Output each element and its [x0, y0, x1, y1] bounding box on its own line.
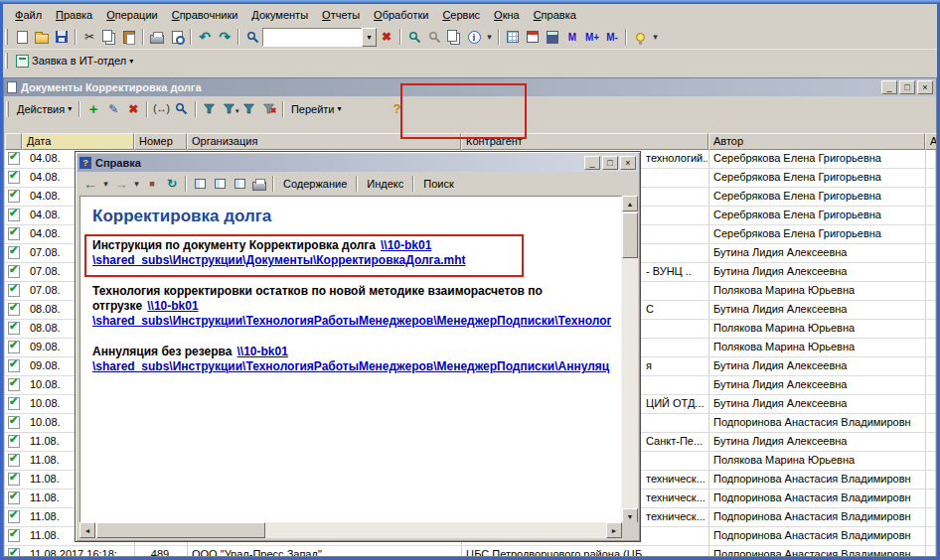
find-next-button[interactable] [404, 27, 424, 47]
paste-button[interactable] [119, 27, 139, 47]
new-document-button[interactable] [12, 27, 32, 47]
vertical-scroll-thumb[interactable] [622, 212, 638, 258]
cell-counterparty-fragment: технологий... [646, 152, 707, 164]
forward-button[interactable]: → [111, 174, 131, 194]
add-button[interactable]: + [83, 99, 103, 119]
index-button[interactable]: Индекс [361, 174, 409, 194]
memory-minus-button[interactable]: М- [602, 27, 622, 47]
filter-sort-button[interactable] [200, 99, 220, 119]
posted-document-icon [8, 548, 20, 556]
column-header-extra[interactable]: А [925, 133, 937, 150]
actions-button[interactable]: Действия ▾ [13, 99, 76, 119]
help-entry-link-host[interactable]: \\10-bk01 [236, 345, 287, 358]
horizontal-scrollbar[interactable]: ◄ ► [79, 522, 622, 538]
it-request-button[interactable]: Заявка в ИТ-отдел ▾ [12, 51, 137, 70]
chevron-down-icon: ▾ [337, 104, 341, 113]
column-header-date[interactable]: Дата [22, 133, 134, 150]
close-button[interactable]: × [917, 80, 933, 94]
menu-item[interactable]: Справка [527, 7, 583, 23]
edit-button[interactable]: ✎ [103, 99, 123, 119]
panel-view-button[interactable] [190, 174, 210, 194]
cut-button[interactable]: ✂ [79, 27, 99, 47]
info-button[interactable]: i [464, 27, 484, 47]
date-interval-button[interactable]: (↔) [151, 99, 172, 119]
goto-button[interactable]: Перейти ▾ [287, 99, 346, 119]
menu-item[interactable]: Файл [8, 7, 49, 23]
cell-author: Бутина Лидия Алексеевна [713, 359, 924, 371]
toolbar-grip[interactable] [6, 101, 9, 117]
scroll-up-button[interactable]: ▲ [622, 196, 638, 211]
save-button[interactable] [52, 27, 72, 47]
copy-button[interactable] [99, 27, 119, 47]
search-button[interactable] [242, 27, 262, 47]
copy-to-clipboard-button[interactable] [444, 27, 464, 47]
menu-item[interactable]: Операции [99, 7, 164, 23]
filter-funnel-icon [204, 103, 215, 114]
minimize-button[interactable]: _ [881, 80, 897, 94]
calculator-button[interactable] [543, 27, 562, 47]
panel-view-button[interactable] [230, 174, 249, 194]
delete-icon: ✖ [128, 102, 138, 116]
posted-document-icon [8, 529, 20, 542]
restore-button[interactable]: □ [899, 80, 915, 94]
help-entry-link-host[interactable]: \\10-bk01 [147, 299, 198, 313]
maximize-button[interactable]: □ [602, 156, 618, 170]
table-row[interactable]: 11.08.2017 16:18: 489 ООО "Урал-Пресс За… [5, 546, 935, 556]
contents-button[interactable]: Содержание [277, 174, 353, 194]
column-header-icon[interactable] [5, 133, 22, 150]
menu-item[interactable]: Окна [487, 7, 527, 23]
cell-organization: ООО "Урал-Пресс Запад" [192, 548, 458, 556]
search-tab-button[interactable]: Поиск [417, 174, 459, 194]
memory-plus-button[interactable]: М+ [582, 27, 602, 47]
tip-dropdown-button[interactable]: ▾ [650, 27, 661, 47]
find-previous-button[interactable] [424, 27, 444, 47]
help-window-titlebar[interactable]: ? Справка _ □ × [78, 154, 638, 172]
search-icon [175, 102, 188, 115]
menu-item[interactable]: Сервис [435, 7, 487, 23]
help-entry-link-path[interactable]: \shared_subs\Инструкции\ТехнологияРаботы… [92, 314, 611, 329]
chevron-down-icon: ▾ [129, 57, 133, 66]
close-button[interactable]: × [620, 156, 636, 170]
find-in-list-button[interactable] [172, 99, 192, 119]
back-dropdown-button[interactable]: ▾ [100, 174, 111, 194]
filter-history-button[interactable] [239, 99, 259, 119]
tip-of-day-button[interactable] [630, 27, 650, 47]
menu-item[interactable]: Справочники [165, 7, 245, 23]
help-print-button[interactable] [249, 174, 269, 194]
column-header-author[interactable]: Автор [708, 133, 925, 150]
info-dropdown-button[interactable]: ▾ [484, 27, 495, 47]
stop-button[interactable]: ■ [142, 174, 162, 194]
cell-author: Подпоринова Анастасия Владимировн [713, 416, 924, 428]
scroll-left-button[interactable]: ◄ [79, 522, 95, 538]
search-dropdown-button[interactable]: ▾ [362, 28, 377, 47]
print-preview-button[interactable] [167, 27, 187, 47]
calendar-button[interactable] [523, 27, 543, 47]
table-button[interactable] [503, 27, 523, 47]
redo-button[interactable]: ↷ [215, 27, 235, 47]
toolbar-grip[interactable] [5, 53, 8, 69]
menu-item[interactable]: Отчеты [315, 7, 367, 23]
help-entry-link-path[interactable]: \shared_subs\Инструкции\ТехнологияРаботы… [92, 359, 611, 374]
refresh-button[interactable]: ↻ [162, 174, 182, 194]
scroll-right-button[interactable]: ► [606, 522, 622, 538]
search-input[interactable] [262, 28, 362, 47]
panel-view-button[interactable] [210, 174, 230, 194]
minimize-button[interactable]: _ [584, 156, 600, 170]
back-button[interactable]: ← [80, 174, 100, 194]
memory-button[interactable]: М [562, 27, 582, 47]
vertical-scrollbar[interactable]: ▲ ▼ [622, 196, 638, 524]
open-button[interactable] [32, 27, 52, 47]
delete-mark-button[interactable]: ✖ [123, 99, 143, 119]
undo-button[interactable]: ↶ [195, 27, 215, 47]
toolbar-grip[interactable] [5, 29, 8, 45]
print-button[interactable] [147, 27, 167, 47]
menu-item[interactable]: Правка [49, 7, 99, 23]
clear-search-button[interactable]: ✖ [377, 27, 396, 47]
disable-filter-button[interactable]: ✖ [259, 99, 279, 119]
filter-by-value-button[interactable]: ▾ [220, 99, 239, 119]
column-header-number[interactable]: Номер [134, 133, 187, 150]
horizontal-scroll-thumb[interactable] [96, 522, 265, 538]
menu-item[interactable]: Документы [244, 7, 315, 23]
forward-dropdown-button[interactable]: ▾ [131, 174, 142, 194]
menu-item[interactable]: Обработки [367, 7, 435, 23]
